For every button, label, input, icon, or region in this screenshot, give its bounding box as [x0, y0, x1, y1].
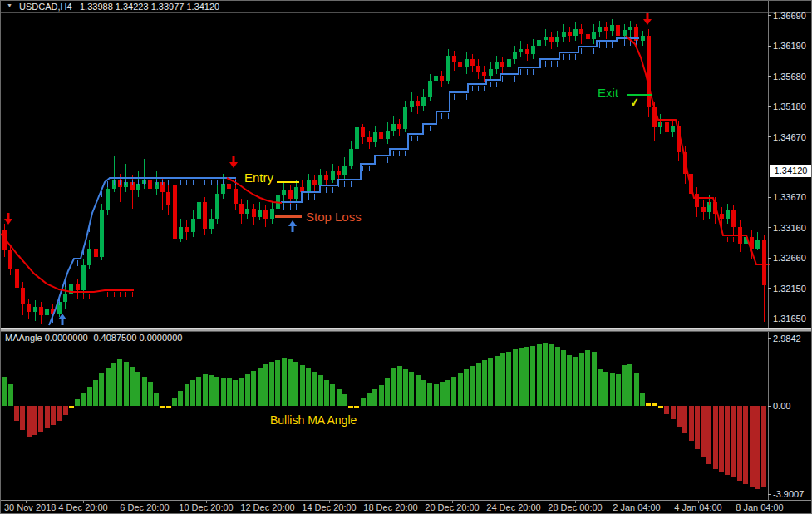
histogram-bar — [221, 378, 226, 406]
exit-label[interactable]: Exit — [598, 86, 618, 100]
indicator-name-label: MAAngle 0.0000000 -0.4087500 0.0000000 — [5, 333, 182, 343]
sell-arrow-icon[interactable] — [2, 212, 14, 225]
candle-body — [598, 27, 602, 32]
buy-arrow-icon[interactable] — [287, 220, 298, 233]
price-axis-tick — [768, 288, 771, 289]
histogram-bar — [20, 406, 25, 430]
sell-arrow-icon[interactable] — [228, 156, 239, 169]
time-axis-label: 24 Dec 20:00 — [486, 502, 540, 512]
entry-label[interactable]: Entry — [244, 171, 273, 185]
candle-body — [701, 207, 706, 212]
candle-body — [355, 127, 359, 149]
histogram-bar — [342, 394, 347, 406]
stop-loss-label[interactable]: Stop Loss — [306, 210, 362, 224]
histogram-bar — [318, 375, 323, 406]
histogram-bar — [421, 380, 426, 406]
candle-body — [203, 202, 207, 229]
time-axis-label: 6 Dec 20:00 — [120, 502, 169, 512]
chart-title-bar: ▼ USDCAD,H4 1.33988 1.34223 1.33977 1.34… — [1, 1, 811, 12]
candle-body — [434, 76, 438, 81]
histogram-bar — [634, 373, 639, 406]
histogram-bar — [458, 373, 463, 406]
candle-body — [76, 284, 80, 290]
title-divider — [1, 12, 811, 13]
candle-body — [239, 204, 244, 214]
histogram-bar — [506, 352, 511, 406]
candle-body — [416, 101, 420, 106]
mt4-chart-window: ▼ USDCAD,H4 1.33988 1.34223 1.33977 1.34… — [0, 0, 812, 514]
time-axis-label: 30 Nov 2018 — [4, 502, 56, 512]
candle-body — [610, 25, 614, 31]
time-axis-label: 4 Jan 04:00 — [674, 502, 722, 512]
histogram-bar — [130, 367, 135, 406]
indicator-axis-tick — [768, 338, 771, 339]
candle-body — [519, 49, 523, 52]
histogram-bar — [610, 373, 615, 406]
histogram-bar — [627, 364, 632, 406]
histogram-bar — [434, 384, 439, 406]
histogram-bar — [743, 406, 748, 484]
sell-arrow-icon[interactable] — [642, 12, 653, 26]
price-axis-label: 1.32660 — [773, 253, 806, 263]
bullish-ma-angle-label[interactable]: Bullish MA Angle — [270, 413, 357, 427]
chart-dropdown-icon[interactable]: ▼ — [7, 2, 12, 8]
histogram-bar — [38, 406, 43, 432]
histogram-bar — [567, 355, 572, 406]
chart-canvas[interactable] — [1, 1, 812, 514]
histogram-bar — [549, 344, 554, 406]
entry-line[interactable] — [277, 181, 299, 183]
histogram-bar — [513, 349, 518, 406]
histogram-bar — [598, 369, 603, 406]
histogram-bar — [245, 374, 250, 406]
time-axis-label: 14 Dec 20:00 — [302, 502, 356, 512]
candle-body — [263, 210, 268, 219]
histogram-bar — [482, 360, 487, 406]
candle-body — [373, 132, 377, 142]
histogram-bar — [761, 406, 766, 487]
histogram-bar — [695, 406, 700, 449]
histogram-bar — [142, 377, 147, 406]
candle-body — [421, 97, 426, 106]
histogram-bar — [69, 406, 74, 408]
price-axis-label: 1.36690 — [773, 11, 806, 21]
candle-body — [386, 131, 390, 139]
histogram-bar — [233, 380, 238, 406]
histogram-bar — [51, 406, 56, 425]
time-axis-label: 2 Jan 04:00 — [613, 502, 661, 512]
candle-body — [33, 307, 37, 312]
price-axis-tick — [768, 197, 771, 198]
ma-line-down — [1, 234, 134, 292]
histogram-bar — [178, 391, 183, 406]
time-axis-border — [1, 500, 811, 501]
candle-body — [252, 209, 256, 217]
histogram-bar — [32, 406, 37, 435]
histogram-bar — [124, 362, 129, 406]
exit-check-icon: ✓ — [629, 95, 641, 109]
buy-arrow-icon[interactable] — [57, 313, 68, 326]
histogram-bar — [293, 362, 298, 406]
histogram-bar — [258, 368, 263, 406]
histogram-bar — [671, 406, 676, 419]
indicator-axis-label: 2.9842 — [773, 334, 801, 343]
histogram-bar — [737, 406, 742, 481]
histogram-bar — [537, 344, 542, 406]
stop-loss-line[interactable] — [275, 215, 302, 218]
candle-body — [8, 250, 12, 269]
histogram-bar — [403, 369, 408, 406]
histogram-bar — [81, 393, 86, 406]
pane-separator[interactable] — [1, 328, 811, 332]
candle-body — [489, 69, 493, 76]
trail-line-up — [49, 178, 236, 325]
histogram-bar — [622, 365, 627, 406]
histogram-bar — [646, 403, 651, 406]
candle-body — [94, 249, 98, 257]
histogram-bar — [330, 384, 335, 406]
histogram-bar — [677, 406, 682, 427]
price-axis-tick — [768, 76, 771, 77]
histogram-bar — [135, 372, 140, 406]
candle-body — [755, 240, 760, 249]
indicator-axis-label: -3.9007 — [773, 489, 804, 499]
histogram-bar — [719, 406, 724, 472]
candle-body — [81, 265, 86, 290]
candle-body — [446, 56, 450, 81]
